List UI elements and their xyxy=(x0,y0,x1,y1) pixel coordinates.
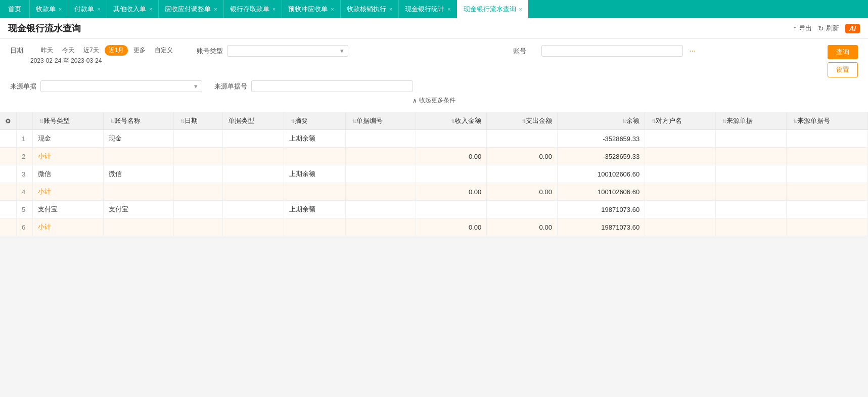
collapse-bar[interactable]: ∧ 收起更多条件 xyxy=(10,94,858,108)
ai-badge[interactable]: Ai xyxy=(845,24,860,33)
row-date xyxy=(174,218,222,236)
row-index: 1 xyxy=(17,130,33,148)
collapse-label: 收起更多条件 xyxy=(419,96,455,105)
nav-tab-fukuandan[interactable]: 付款单 × xyxy=(68,0,106,18)
sort-icon: ⇅ xyxy=(522,118,526,124)
row-income: 0.00 xyxy=(416,218,487,236)
row-action xyxy=(0,183,17,201)
refresh-button[interactable]: ↻ 刷新 xyxy=(818,24,839,33)
summary-column-header[interactable]: ⇅摘要 xyxy=(284,112,345,130)
close-icon[interactable]: × xyxy=(331,6,334,12)
close-icon[interactable]: × xyxy=(447,6,450,12)
close-icon[interactable]: × xyxy=(59,6,62,12)
date-option-yesterday[interactable]: 昨天 xyxy=(37,45,57,56)
row-balance: 100102606.60 xyxy=(557,165,645,183)
row-counterpart xyxy=(645,183,716,201)
row-doc-type xyxy=(222,183,284,201)
row-income: 0.00 xyxy=(416,148,487,165)
sort-icon: ⇅ xyxy=(793,118,797,124)
source-doc-no-column-header[interactable]: ⇅来源单据号 xyxy=(786,112,867,130)
row-source-doc-no xyxy=(786,148,867,165)
account-type-select[interactable]: ▾ xyxy=(227,45,348,57)
row-account-type: 小计 xyxy=(33,218,104,236)
date-option-more[interactable]: 更多 xyxy=(130,45,149,56)
query-button[interactable]: 查询 xyxy=(828,45,858,59)
row-summary: 上期余额 xyxy=(284,201,345,218)
date-options: 昨天 今天 近7天 近1月 更多 自定义 xyxy=(37,45,176,56)
row-counterpart xyxy=(645,165,716,183)
row-doc-type xyxy=(222,165,284,183)
doc-no-column-header[interactable]: ⇅单据编号 xyxy=(345,112,416,130)
export-button[interactable]: ↑ 导出 xyxy=(793,24,812,33)
chevron-down-icon: ▾ xyxy=(340,47,344,55)
sort-icon: ⇅ xyxy=(180,118,185,124)
row-account-type: 小计 xyxy=(33,148,104,165)
row-date xyxy=(174,148,222,165)
close-icon[interactable]: × xyxy=(149,6,152,12)
nav-tab-liushui[interactable]: 现金银行流水查询 × xyxy=(457,0,528,18)
row-income: 0.00 xyxy=(416,183,487,201)
nav-tab-yingshoutiaozheng[interactable]: 应收应付调整单 × xyxy=(158,0,223,18)
table-body: 1 现金 现金 上期余额 -3528659.33 2 小计 0.00 0.00 … xyxy=(0,130,868,236)
close-icon[interactable]: × xyxy=(272,6,276,12)
gear-column-header[interactable]: ⚙ xyxy=(0,112,17,130)
nav-tab-shoukuanhexiao[interactable]: 收款核销执行 × xyxy=(340,0,398,18)
account-input[interactable] xyxy=(541,45,683,57)
close-icon[interactable]: × xyxy=(97,6,100,12)
row-doc-type xyxy=(222,148,284,165)
row-summary xyxy=(284,148,345,165)
row-counterpart xyxy=(645,218,716,236)
nav-home[interactable]: 首页 xyxy=(0,0,29,18)
row-income xyxy=(416,201,487,218)
row-date xyxy=(174,165,222,183)
income-column-header[interactable]: ⇅收入金额 xyxy=(416,112,487,130)
balance-column-header[interactable]: ⇅余额 xyxy=(557,112,645,130)
table-row: 4 小计 0.00 0.00 100102606.60 xyxy=(0,183,868,201)
row-account-name: 微信 xyxy=(103,165,174,183)
row-summary xyxy=(284,183,345,201)
row-source-doc-no xyxy=(786,201,867,218)
nav-tab-qitashourudan[interactable]: 其他收入单 × xyxy=(107,0,158,18)
expense-column-header[interactable]: ⇅支出金额 xyxy=(487,112,558,130)
row-expense xyxy=(487,165,558,183)
close-icon[interactable]: × xyxy=(389,6,392,12)
row-counterpart xyxy=(645,148,716,165)
account-type-label: 账号类型 xyxy=(197,47,223,56)
idx-column-header xyxy=(17,112,33,130)
doc-type-column-header[interactable]: 单据类型 xyxy=(222,112,284,130)
source-doc-column-header[interactable]: ⇅来源单据 xyxy=(715,112,786,130)
nav-tab-yushouchong[interactable]: 预收冲应收单 × xyxy=(282,0,340,18)
row-income xyxy=(416,130,487,148)
account-name-column-header[interactable]: ⇅账号名称 xyxy=(103,112,174,130)
collapse-icon: ∧ xyxy=(413,97,417,104)
close-icon[interactable]: × xyxy=(519,6,522,12)
date-option-7days[interactable]: 近7天 xyxy=(80,45,103,56)
nav-tab-shoukuandan[interactable]: 收款单 × xyxy=(29,0,68,18)
refresh-icon: ↻ xyxy=(818,24,824,32)
row-source-doc-no xyxy=(786,130,867,148)
nav-tab-yinhangcunkuan[interactable]: 银行存取款单 × xyxy=(223,0,282,18)
close-icon[interactable]: × xyxy=(214,6,217,12)
date-column-header[interactable]: ⇅日期 xyxy=(174,112,222,130)
row-expense: 0.00 xyxy=(487,183,558,201)
date-label: 日期 xyxy=(10,46,34,55)
table-row: 5 支付宝 支付宝 上期余额 19871073.60 xyxy=(0,201,868,218)
account-dots[interactable]: ··· xyxy=(689,47,696,56)
date-option-1month[interactable]: 近1月 xyxy=(105,45,128,56)
row-index: 5 xyxy=(17,201,33,218)
date-option-custom[interactable]: 自定义 xyxy=(151,45,176,56)
page-header: 现金银行流水查询 ↑ 导出 ↻ 刷新 Ai xyxy=(0,18,868,39)
source-doc-select[interactable]: ▾ xyxy=(40,80,202,92)
account-type-column-header[interactable]: ⇅账号类型 xyxy=(33,112,104,130)
top-nav: 首页 收款单 × 付款单 × 其他收入单 × 应收应付调整单 × 银行存取款单 … xyxy=(0,0,868,18)
nav-tab-xianjinyinhang-stat[interactable]: 现金银行统计 × xyxy=(398,0,456,18)
source-doc-label: 来源单据 xyxy=(10,82,36,91)
table-header-row: ⚙ ⇅账号类型 ⇅账号名称 ⇅日期 单据类型 ⇅摘要 ⇅单据编号 xyxy=(0,112,868,130)
source-doc-no-input[interactable] xyxy=(251,80,413,92)
row-source-doc xyxy=(715,148,786,165)
date-option-today[interactable]: 今天 xyxy=(59,45,78,56)
row-expense xyxy=(487,130,558,148)
row-action xyxy=(0,165,17,183)
counterpart-column-header[interactable]: ⇅对方户名 xyxy=(645,112,716,130)
settings-button[interactable]: 设置 xyxy=(828,62,858,77)
